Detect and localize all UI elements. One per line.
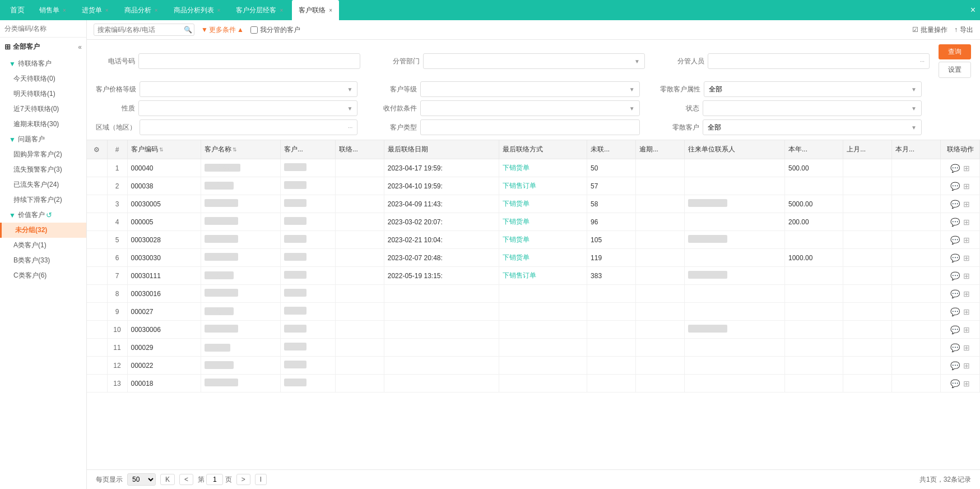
more-conditions-btn[interactable]: ▼ 更多条件 ▲ xyxy=(201,25,244,35)
sidebar-item-overdue[interactable]: 逾期未联络(30) xyxy=(0,117,86,132)
all-customers-section[interactable]: ⊞ 全部客户 « xyxy=(0,38,86,56)
sidebar-item-declining[interactable]: 持续下滑客户(2) xyxy=(0,192,86,207)
last-method-link[interactable]: 下销货单 xyxy=(503,253,530,261)
reset-button[interactable]: 设置 xyxy=(939,62,971,78)
last-method-link[interactable]: 下销售订单 xyxy=(503,182,536,190)
grid-action-icon[interactable]: ⊞ xyxy=(963,289,970,298)
th-contacts[interactable]: 往来单位联系人 xyxy=(684,140,784,159)
search-box[interactable]: 🔍 xyxy=(94,24,194,36)
last-page-btn[interactable]: I xyxy=(255,474,267,485)
sidebar-search-input[interactable] xyxy=(4,25,87,33)
last-method-link[interactable]: 下销货单 xyxy=(503,236,530,243)
sidebar-item-abnormal[interactable]: 固购异常客户(2) xyxy=(0,147,86,162)
nav-tab-customer-tier[interactable]: 客户分层经客 × xyxy=(229,0,290,20)
close-all-tabs[interactable]: × xyxy=(970,5,976,15)
grid-action-icon[interactable]: ⊞ xyxy=(963,200,970,209)
chat-icon[interactable]: 💬 xyxy=(950,200,960,209)
nav-tab-purchase[interactable]: 进货单 × xyxy=(75,0,115,20)
chat-icon[interactable]: 💬 xyxy=(950,379,960,388)
score-customers-group[interactable]: ▼ 价值客户 ↺ xyxy=(0,207,86,223)
th-last-method[interactable]: 最后联络方式 xyxy=(499,140,587,159)
page-number-input[interactable] xyxy=(206,474,223,485)
close-tab-product-analysis[interactable]: × xyxy=(155,7,158,13)
chat-icon[interactable]: 💬 xyxy=(950,307,960,316)
sidebar-item-ungroup[interactable]: 未分组(32) xyxy=(0,223,86,238)
first-page-btn[interactable]: K xyxy=(160,474,175,485)
sidebar-item-tomorrow[interactable]: 明天待联络(1) xyxy=(0,86,86,102)
close-tab-product-analysis-list[interactable]: × xyxy=(217,7,221,13)
refresh-icon[interactable]: ↺ xyxy=(46,211,52,219)
chat-icon[interactable]: 💬 xyxy=(950,182,960,191)
grid-action-icon[interactable]: ⊞ xyxy=(963,182,970,191)
phone-input[interactable] xyxy=(138,53,360,69)
pending-contact-group[interactable]: ▼ 待联络客户 xyxy=(0,56,86,71)
problem-customers-group[interactable]: ▼ 问题客户 xyxy=(0,132,86,147)
grid-action-icon[interactable]: ⊞ xyxy=(963,236,970,245)
th-customer[interactable]: 客户... xyxy=(280,140,335,159)
person-input[interactable]: ··· xyxy=(708,53,930,69)
chat-icon[interactable]: 💬 xyxy=(950,271,960,280)
zero-customer-input[interactable]: 全部 ▼ xyxy=(703,119,922,135)
grid-action-icon[interactable]: ⊞ xyxy=(963,218,970,227)
chat-icon[interactable]: 💬 xyxy=(950,164,960,173)
last-method-link[interactable]: 下销货单 xyxy=(503,218,530,225)
sidebar-item-b-class[interactable]: B类客户(33) xyxy=(0,253,86,268)
sidebar-item-churned[interactable]: 已流失客户(24) xyxy=(0,177,86,192)
th-code[interactable]: 客户编码⇅ xyxy=(127,140,201,159)
search-input[interactable] xyxy=(97,26,182,34)
th-last-month[interactable]: 上月... xyxy=(843,140,892,159)
th-gear[interactable]: ⚙ xyxy=(87,140,107,159)
th-contact[interactable]: 联络... xyxy=(335,140,384,159)
sidebar-item-today[interactable]: 今天待联络(0) xyxy=(0,71,86,86)
chat-icon[interactable]: 💬 xyxy=(950,361,960,370)
grid-action-icon[interactable]: ⊞ xyxy=(963,253,970,262)
prev-page-btn[interactable]: < xyxy=(179,474,193,485)
my-customers-check[interactable] xyxy=(250,26,258,34)
grid-action-icon[interactable]: ⊞ xyxy=(963,361,970,370)
last-method-link[interactable]: 下销货单 xyxy=(503,200,530,207)
sidebar-item-churn-warning[interactable]: 流失预警客户(3) xyxy=(0,162,86,177)
th-name[interactable]: 客户名称⇅ xyxy=(201,140,280,159)
next-page-btn[interactable]: > xyxy=(236,474,250,485)
close-tab-customer-tier[interactable]: × xyxy=(280,7,283,13)
per-page-select[interactable]: 50 100 200 xyxy=(127,473,156,486)
th-overdue[interactable]: 逾期... xyxy=(635,140,684,159)
chat-icon[interactable]: 💬 xyxy=(950,236,960,245)
close-tab-purchase[interactable]: × xyxy=(105,7,109,13)
nav-tab-sales[interactable]: 销售单 × xyxy=(32,0,73,20)
search-icon[interactable]: 🔍 xyxy=(184,26,192,34)
close-tab-sales[interactable]: × xyxy=(63,7,66,13)
batch-operation-btn[interactable]: ☑ 批量操作 xyxy=(912,25,948,35)
status-input[interactable]: ▼ xyxy=(703,100,922,116)
export-btn[interactable]: ↑ 导出 xyxy=(954,25,973,35)
sidebar-item-c-class[interactable]: C类客户(6) xyxy=(0,268,86,283)
last-method-link[interactable]: 下销售订单 xyxy=(503,271,536,279)
grid-action-icon[interactable]: ⊞ xyxy=(963,164,970,173)
nav-home[interactable]: 首页 xyxy=(4,3,30,17)
dept-input[interactable]: ▼ xyxy=(423,53,645,69)
chat-icon[interactable]: 💬 xyxy=(950,325,960,334)
grid-action-icon[interactable]: ⊞ xyxy=(963,343,970,352)
th-last-date[interactable]: 最后联络日期 xyxy=(384,140,499,159)
th-year[interactable]: 本年... xyxy=(784,140,843,159)
my-customers-checkbox[interactable]: 我分管的客户 xyxy=(250,25,300,35)
customer-type-input[interactable] xyxy=(420,119,639,135)
price-level-input[interactable]: ▼ xyxy=(140,81,357,97)
grid-action-icon[interactable]: ⊞ xyxy=(963,307,970,316)
sidebar-item-a-class[interactable]: A类客户(1) xyxy=(0,238,86,253)
chat-icon[interactable]: 💬 xyxy=(950,289,960,298)
close-tab-customer-contact[interactable]: × xyxy=(329,7,332,13)
zero-attr-input[interactable]: 全部 ▼ xyxy=(704,81,922,97)
th-this-month[interactable]: 本月... xyxy=(892,140,941,159)
sidebar-collapse-btn[interactable]: « xyxy=(78,43,82,51)
payment-input[interactable]: ▼ xyxy=(420,100,639,116)
nav-tab-product-analysis[interactable]: 商品分析 × xyxy=(118,0,165,20)
nav-tab-customer-contact[interactable]: 客户联络 × xyxy=(292,0,339,20)
gender-input[interactable]: ▼ xyxy=(138,100,357,116)
nav-tab-product-analysis-list[interactable]: 商品分析列表 × xyxy=(167,0,227,20)
th-unlocked[interactable]: 未联... xyxy=(587,140,636,159)
sidebar-item-7days[interactable]: 近7天待联络(0) xyxy=(0,102,86,117)
grid-action-icon[interactable]: ⊞ xyxy=(963,379,970,388)
gear-icon[interactable]: ⚙ xyxy=(94,146,100,154)
area-input[interactable]: ··· xyxy=(140,119,357,135)
